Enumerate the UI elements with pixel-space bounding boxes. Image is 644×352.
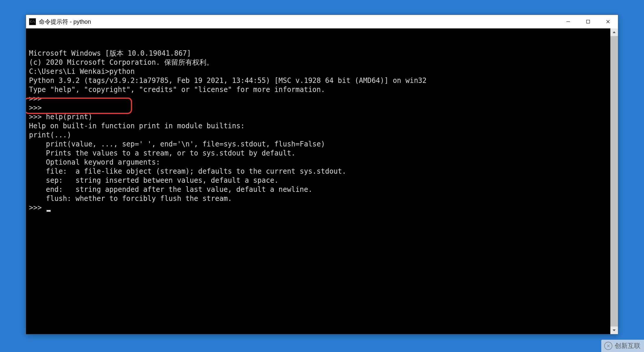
terminal-line: Type "help", "copyright", "credits" or "…	[29, 85, 618, 94]
terminal-line: >>> help(print)	[29, 112, 618, 122]
scrollbar-up-arrow[interactable]	[610, 28, 618, 36]
terminal-line: Python 3.9.2 (tags/v3.9.2:1a79785, Feb 1…	[29, 76, 618, 85]
window-title: 命令提示符 - python	[39, 18, 91, 26]
terminal-line: >>>	[29, 203, 618, 212]
minimize-button[interactable]	[558, 15, 578, 28]
close-button[interactable]	[598, 15, 618, 28]
terminal-line: file: a file-like object (stream); defau…	[29, 167, 618, 176]
terminal-line: Optional keyword arguments:	[29, 158, 618, 167]
maximize-button[interactable]	[578, 15, 598, 28]
scrollbar-down-arrow[interactable]	[610, 327, 618, 334]
close-icon	[606, 19, 610, 24]
terminal-area[interactable]: Microsoft Windows [版本 10.0.19041.867](c)…	[26, 28, 618, 334]
cmd-icon: C:\	[29, 18, 36, 25]
terminal-cursor	[47, 210, 51, 212]
terminal-line: sep: string inserted between values, def…	[29, 176, 618, 185]
titlebar[interactable]: C:\ 命令提示符 - python	[26, 15, 618, 28]
chevron-up-icon	[613, 31, 616, 33]
terminal-line: >>>	[29, 103, 618, 112]
terminal-line: flush: whether to forcibly flush the str…	[29, 194, 618, 203]
chevron-down-icon	[613, 329, 616, 331]
maximize-icon	[586, 19, 590, 24]
cmd-window: C:\ 命令提示符 - python Microsoft Windows [版本…	[26, 15, 618, 334]
watermark-text: 创新互联	[615, 341, 640, 350]
terminal-line: Microsoft Windows [版本 10.0.19041.867]	[29, 49, 618, 58]
terminal-content: Microsoft Windows [版本 10.0.19041.867](c)…	[29, 49, 618, 212]
window-controls	[558, 15, 618, 28]
minimize-icon	[566, 19, 571, 24]
terminal-line: (c) 2020 Microsoft Corporation. 保留所有权利。	[29, 58, 618, 67]
terminal-line: Help on built-in function print in modul…	[29, 122, 618, 131]
watermark: ✕ 创新互联	[601, 340, 644, 352]
watermark-logo-icon: ✕	[604, 342, 612, 350]
svg-rect-1	[587, 20, 590, 23]
terminal-line: print(...)	[29, 131, 618, 140]
scrollbar-track[interactable]	[610, 28, 618, 334]
scrollbar-thumb[interactable]	[610, 36, 618, 327]
terminal-line: >>>	[29, 94, 618, 103]
terminal-line: end: string appended after the last valu…	[29, 185, 618, 194]
terminal-line: print(value, ..., sep=' ', end='\n', fil…	[29, 140, 618, 149]
terminal-line: Prints the values to a stream, or to sys…	[29, 149, 618, 158]
terminal-line: C:\Users\Li Wenkai>python	[29, 67, 618, 76]
